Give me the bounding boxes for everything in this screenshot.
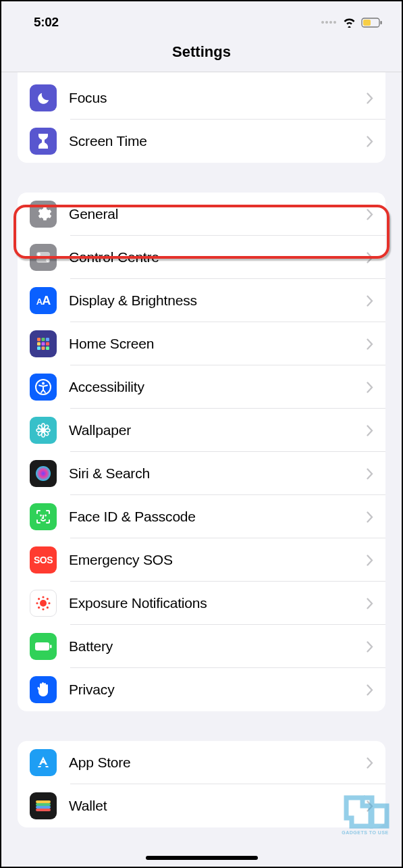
row-general[interactable]: General	[18, 193, 385, 236]
row-wallet[interactable]: Wallet	[18, 784, 385, 827]
svg-point-29	[45, 515, 46, 516]
chevron-right-icon	[367, 598, 373, 609]
row-focus[interactable]: Focus	[18, 76, 385, 120]
chevron-right-icon	[367, 209, 373, 220]
svg-rect-8	[42, 338, 45, 341]
row-wallpaper[interactable]: Wallpaper	[18, 409, 385, 452]
wifi-icon	[342, 17, 356, 28]
row-label: Siri & Search	[69, 465, 367, 482]
appstore-icon	[30, 749, 57, 776]
row-privacy[interactable]: Privacy	[18, 668, 385, 711]
svg-text:GADGETS TO USE: GADGETS TO USE	[342, 830, 389, 835]
row-label: Display & Brightness	[69, 292, 367, 309]
row-label: General	[69, 206, 367, 222]
svg-rect-13	[37, 347, 41, 350]
svg-rect-40	[50, 645, 52, 648]
svg-point-33	[36, 602, 38, 604]
row-label: Wallet	[69, 798, 367, 814]
svg-rect-1	[363, 20, 371, 26]
svg-point-4	[37, 253, 41, 256]
svg-point-37	[47, 598, 49, 600]
svg-rect-11	[42, 342, 45, 346]
svg-rect-2	[381, 21, 382, 24]
svg-rect-43	[36, 806, 51, 809]
chevron-right-icon	[367, 252, 373, 263]
settings-list[interactable]: Focus Screen Time General	[1, 72, 402, 867]
svg-point-34	[48, 602, 50, 604]
row-control-centre[interactable]: Control Centre	[18, 236, 385, 279]
flower-icon	[30, 417, 57, 444]
svg-point-31	[42, 596, 44, 598]
row-label: App Store	[69, 755, 367, 771]
row-accessibility[interactable]: Accessibility	[18, 365, 385, 409]
status-bar: 5:02	[1, 1, 402, 39]
row-home-screen[interactable]: Home Screen	[18, 322, 385, 365]
gear-icon	[30, 201, 57, 228]
status-time: 5:02	[34, 15, 59, 30]
siri-icon	[30, 460, 57, 487]
chevron-right-icon	[367, 641, 373, 653]
face-id-icon	[30, 503, 57, 530]
moon-icon	[30, 84, 57, 111]
svg-rect-15	[46, 347, 49, 350]
settings-section: Focus Screen Time	[18, 72, 385, 163]
svg-rect-9	[46, 338, 49, 341]
chevron-right-icon	[367, 93, 373, 104]
row-label: Control Centre	[69, 249, 367, 265]
settings-section: General Control Centre AA Display & Brig…	[18, 193, 385, 711]
chevron-right-icon	[367, 338, 373, 350]
svg-rect-44	[36, 809, 51, 811]
svg-rect-12	[46, 342, 49, 346]
svg-rect-7	[37, 338, 41, 341]
row-label: Screen Time	[69, 133, 367, 149]
row-app-store[interactable]: App Store	[18, 741, 385, 784]
chevron-right-icon	[367, 295, 373, 307]
svg-point-36	[47, 607, 49, 609]
svg-point-28	[41, 515, 41, 516]
hand-icon	[30, 676, 57, 703]
battery-full-icon	[30, 633, 57, 660]
cellular-icon	[321, 21, 336, 24]
row-exposure-notifications[interactable]: Exposure Notifications	[18, 582, 385, 625]
chevron-right-icon	[367, 382, 373, 393]
row-label: Accessibility	[69, 379, 367, 395]
home-indicator[interactable]	[146, 856, 258, 860]
svg-rect-10	[37, 342, 41, 346]
chevron-right-icon	[367, 555, 373, 566]
row-label: Face ID & Passcode	[69, 509, 367, 525]
svg-rect-14	[42, 347, 45, 350]
text-size-icon: AA	[30, 287, 57, 314]
row-label: Wallpaper	[69, 422, 367, 438]
hourglass-icon	[30, 128, 57, 155]
row-screen-time[interactable]: Screen Time	[18, 120, 385, 163]
settings-section: App Store Wallet	[18, 741, 385, 827]
app-grid-icon	[30, 330, 57, 357]
watermark: GADGETS TO USE	[333, 791, 398, 840]
row-label: Home Screen	[69, 336, 367, 352]
row-label: Exposure Notifications	[69, 595, 367, 611]
svg-rect-41	[36, 800, 51, 803]
svg-point-35	[38, 598, 40, 600]
wallet-icon	[30, 792, 57, 819]
row-display-brightness[interactable]: AA Display & Brightness	[18, 279, 385, 322]
row-label: Battery	[69, 638, 367, 655]
svg-point-17	[42, 382, 45, 385]
page-header: Settings	[1, 39, 402, 72]
chevron-right-icon	[367, 468, 373, 480]
chevron-right-icon	[367, 757, 373, 769]
chevron-right-icon	[367, 136, 373, 147]
accessibility-icon	[30, 374, 57, 401]
row-battery[interactable]: Battery	[18, 625, 385, 668]
svg-point-6	[46, 259, 49, 262]
svg-point-30	[40, 600, 47, 607]
row-face-id[interactable]: Face ID & Passcode	[18, 495, 385, 538]
svg-rect-42	[36, 803, 51, 806]
battery-icon	[361, 18, 383, 28]
row-siri-search[interactable]: Siri & Search	[18, 452, 385, 495]
chevron-right-icon	[367, 684, 373, 696]
chevron-right-icon	[367, 425, 373, 436]
row-emergency-sos[interactable]: SOS Emergency SOS	[18, 538, 385, 582]
svg-point-38	[38, 607, 40, 609]
row-label: Privacy	[69, 682, 367, 698]
status-indicators	[321, 17, 383, 28]
